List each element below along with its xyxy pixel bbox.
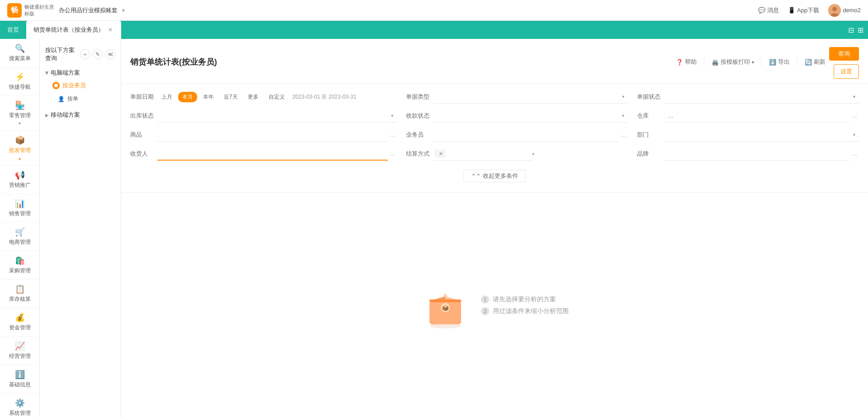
user-area[interactable]: demo2 <box>828 4 861 17</box>
date-custom[interactable]: 自定义 <box>264 92 289 102</box>
sidebar-item-purchase[interactable]: 🛍️ 采购管理 <box>0 251 39 280</box>
sidebar-item-system[interactable]: ⚙️ 系统管理 <box>0 394 39 418</box>
doc-type-select[interactable] <box>433 90 628 104</box>
filter-add-button[interactable]: ＋ <box>80 49 90 59</box>
warehouse-more-icon[interactable]: … <box>850 113 859 119</box>
purchase-icon: 🛍️ <box>15 256 25 266</box>
sales-icon: 📊 <box>15 199 25 209</box>
recipient-more-icon[interactable]: … <box>388 151 397 157</box>
sidebar-item-retail[interactable]: 🏪 零售管理 ▾ <box>0 96 39 131</box>
hint-text-2: 用过滤条件来缩小分析范围 <box>493 307 569 315</box>
filter-section-mobile-header[interactable]: ▶ 移动端方案 <box>40 109 121 121</box>
svg-point-1 <box>832 7 837 11</box>
sidebar-item-search[interactable]: 🔍 搜索菜单 <box>0 39 39 67</box>
date-last7[interactable]: 近7天 <box>220 92 242 102</box>
filter-doc-status-field: 单据状态 ▾ <box>637 90 859 104</box>
doc-type-select-wrapper: ▾ <box>433 90 628 104</box>
hint-item-1: 1 请先选择要分析的方案 <box>481 295 569 304</box>
tab-maximize-icon[interactable]: ⊞ <box>858 26 863 34</box>
settlement-label: 结算方式 <box>406 150 433 158</box>
product-more-icon[interactable]: … <box>388 132 397 138</box>
refresh-button[interactable]: 🔄 刷新 <box>805 58 826 66</box>
report-tab-label: 销货单统计表（按业务员） <box>33 26 104 34</box>
sidebar-item-inventory[interactable]: 📋 库存核算 <box>0 280 39 308</box>
salesperson-input[interactable] <box>433 128 619 142</box>
out-status-select[interactable] <box>157 109 397 123</box>
warehouse-label: 仓库 <box>637 112 664 120</box>
sidebar-item-shortcut[interactable]: ⚡ 快捷导航 <box>0 67 39 96</box>
tab-home[interactable]: 首页 <box>0 21 26 39</box>
help-button[interactable]: ❓ 帮助 <box>676 58 697 66</box>
query-button[interactable]: 查询 <box>829 47 859 61</box>
svg-point-3 <box>54 84 58 87</box>
department-select[interactable] <box>664 128 859 142</box>
export-button[interactable]: ⬇️ 导出 <box>769 58 790 66</box>
date-prev-month[interactable]: 上月 <box>157 92 176 102</box>
empty-state: 📦 1 请先选择要分析的方案 2 用过滤条件来缩小分析范围 <box>420 280 569 330</box>
brand-input[interactable] <box>664 147 850 161</box>
date-cur-month[interactable]: 本月 <box>178 92 197 102</box>
content-area: 按以下方案查询 ＋ ✎ ≪ ▶ 电脑端方案 按业务员 <box>40 39 868 418</box>
sidebar-item-operation[interactable]: 📈 经营管理 <box>0 337 39 365</box>
filter-product-field: 商品 … <box>130 128 397 142</box>
doc-status-select-wrapper: ▾ <box>664 90 859 104</box>
recipient-input[interactable] <box>157 147 388 161</box>
retail-icon: 🏪 <box>15 100 25 110</box>
settlement-tag-clear-icon[interactable]: × <box>439 150 443 157</box>
hint-num-1: 1 <box>481 295 489 304</box>
warehouse-input[interactable] <box>664 109 850 123</box>
search-icon: 🔍 <box>15 43 25 53</box>
filter-sub-order[interactable]: 👤 按单 <box>40 92 121 105</box>
department-select-wrapper: ▾ <box>664 128 859 142</box>
inventory-icon: 📋 <box>15 284 25 294</box>
filter-collapse-button[interactable]: ≪ <box>105 49 115 59</box>
date-cur-year[interactable]: 本年 <box>199 92 218 102</box>
app-download-button[interactable]: 📱 App下载 <box>788 6 819 14</box>
filter-section-desktop-header[interactable]: ▶ 电脑端方案 <box>40 67 121 79</box>
collapse-more-button[interactable]: ⌃⌃ 收起更多条件 <box>463 170 526 182</box>
filter-row-4: 收货人 … 结算方式 × ▾ <box>130 147 859 161</box>
action-buttons: 查询 设置 <box>829 45 859 79</box>
date-filter-group: 上月 本月 本年 近7天 更多 自定义 2023-03-01 至 2023-03… <box>157 92 356 102</box>
doc-status-select[interactable] <box>664 90 859 104</box>
topbar-left: 畅 畅捷通好生意 标版 办公用品行业模拟账套 ▾ <box>7 3 125 18</box>
brand-label: 品牌 <box>637 150 664 158</box>
payment-status-select-wrapper: ▾ <box>433 109 628 123</box>
sidebar-item-marketing[interactable]: 📢 营销推广 <box>0 166 39 194</box>
date-more[interactable]: 更多 <box>244 92 263 102</box>
logo-area: 畅 畅捷通好生意 标版 <box>7 3 54 18</box>
payment-status-select[interactable] <box>433 109 628 123</box>
out-status-select-wrapper: ▾ <box>157 109 397 123</box>
filter-sub-salesperson[interactable]: 按业务员 <box>40 79 121 92</box>
settings-button[interactable]: 设置 <box>834 64 859 79</box>
hint-item-2: 2 用过滤条件来缩小分析范围 <box>481 307 569 315</box>
filter-doc-type-field: 单据类型 ▾ <box>406 90 628 104</box>
brand-more-icon[interactable]: … <box>850 151 859 157</box>
product-input[interactable] <box>157 128 388 142</box>
sidebar-item-sales[interactable]: 📊 销售管理 <box>0 194 39 223</box>
sidebar-item-finance[interactable]: 💰 资金管理 <box>0 308 39 337</box>
filter-recipient-field: 收货人 … <box>130 147 397 161</box>
basic-icon: ℹ️ <box>15 370 25 380</box>
sidebar-item-ecommerce[interactable]: 🛒 电商管理 <box>0 223 39 251</box>
tab-report[interactable]: 销货单统计表（按业务员） ✕ <box>26 21 121 39</box>
empty-hint: 1 请先选择要分析的方案 2 用过滤条件来缩小分析范围 <box>481 295 569 315</box>
wholesale-expand-icon: ▴ <box>19 156 21 161</box>
sidebar-item-basic[interactable]: ℹ️ 基础信息 <box>0 365 39 394</box>
help-icon: ❓ <box>676 59 683 66</box>
template-print-button[interactable]: 🖨️ 按模板打印 ▾ <box>712 58 754 66</box>
doc-type-label: 单据类型 <box>406 93 433 101</box>
result-area: 📦 1 请先选择要分析的方案 2 用过滤条件来缩小分析范围 <box>121 193 868 418</box>
filter-edit-button[interactable]: ✎ <box>93 49 103 59</box>
download-icon: 📱 <box>788 7 795 14</box>
tab-minimize-icon[interactable]: ⊟ <box>848 26 854 34</box>
filter-settlement-field: 结算方式 × ▾ <box>406 147 628 161</box>
tab-close-icon[interactable]: ✕ <box>107 26 114 33</box>
sidebar-item-wholesale[interactable]: 📦 批发管理 ▴ <box>0 131 39 166</box>
product-label: 商品 <box>130 131 157 139</box>
salesperson-more-icon[interactable]: … <box>619 132 628 138</box>
settlement-input-area: × <box>433 147 533 161</box>
message-button[interactable]: 💬 消息 <box>758 6 779 14</box>
breadcrumb-dropdown-icon[interactable]: ▾ <box>122 7 125 14</box>
department-label: 部门 <box>637 131 664 139</box>
